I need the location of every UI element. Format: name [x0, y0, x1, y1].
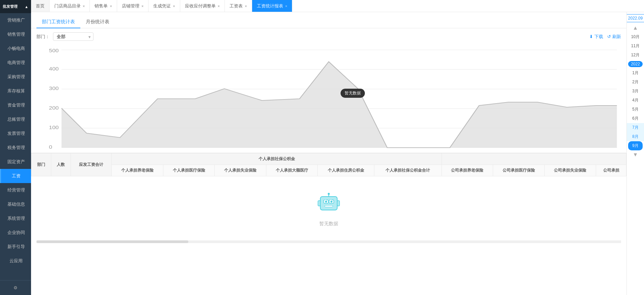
- timeline-month-12月[interactable]: 12月: [627, 51, 644, 60]
- sidebar-item-guide[interactable]: 新手引导: [0, 240, 31, 254]
- col-personal-social-total: 个人承担社保公积金合计: [374, 165, 441, 176]
- timeline-month-2月[interactable]: 2月: [627, 78, 644, 87]
- col-personal-housing-fund: 个人承担住房公积金: [318, 165, 374, 176]
- timeline-month-5月[interactable]: 5月: [627, 105, 644, 114]
- sidebar-item-invoice[interactable]: 发票管理: [0, 126, 31, 141]
- tab-gen-voucher[interactable]: 生成凭证×: [149, 0, 180, 12]
- timeline-date-label[interactable]: 2022.09: [626, 14, 644, 22]
- col-count: 人数: [51, 153, 71, 176]
- tab-home[interactable]: 首页: [31, 0, 50, 12]
- toolbar-right: ⬇ 下载 ↺ 刷新: [589, 34, 621, 40]
- timeline-year-2022[interactable]: 2022: [628, 61, 643, 67]
- sidebar-item-inventory[interactable]: 库存核算: [0, 84, 31, 98]
- sidebar-item-salary[interactable]: 工资: [0, 169, 31, 183]
- sidebar-collapse-icon: ▲: [25, 5, 28, 9]
- sidebar-item-purchase[interactable]: 采购管理: [0, 70, 31, 84]
- tab-close-ar-ap-adjust[interactable]: ×: [218, 4, 220, 8]
- svg-text:500: 500: [49, 48, 59, 53]
- download-button[interactable]: ⬇ 下载: [589, 34, 603, 40]
- tab-payroll-report[interactable]: 工资统计报表×: [252, 0, 292, 12]
- dept-label: 部门：: [36, 34, 50, 40]
- sidebar-item-finance[interactable]: 资金管理: [0, 98, 31, 112]
- data-table: 部门 人数 应发工资合计 个人承担社保公积金 个人承担养老保险 个人承担医疗保险…: [31, 153, 626, 176]
- timeline-month-8月[interactable]: 8月: [627, 132, 644, 141]
- timeline-month-1月[interactable]: 1月: [627, 68, 644, 78]
- refresh-label: 刷新: [612, 34, 621, 40]
- svg-text:400: 400: [49, 66, 59, 71]
- refresh-icon: ↺: [607, 34, 611, 39]
- sidebar-item-marketing[interactable]: 营销推广: [0, 13, 31, 27]
- svg-text:100: 100: [49, 125, 59, 130]
- tab-close-store-catalog[interactable]: ×: [83, 4, 85, 8]
- tab-ar-ap-adjust[interactable]: 应收应付调整单×: [180, 0, 225, 12]
- toolbar: 部门： 全部 ⬇ 下载 ↺ 刷新: [31, 28, 626, 45]
- dept-select-wrapper: 全部: [53, 32, 93, 41]
- refresh-button[interactable]: ↺ 刷新: [607, 34, 621, 40]
- chart-svg: 0 100 200 300 400 500: [36, 48, 621, 149]
- svg-text:300: 300: [49, 86, 59, 91]
- timeline-month-active[interactable]: 9月: [628, 141, 643, 150]
- empty-icon: [315, 190, 342, 217]
- sidebar-item-ledger[interactable]: 总账管理: [0, 112, 31, 126]
- tab-sales-order[interactable]: 销售单×: [90, 0, 117, 12]
- h-scrollbar-thumb[interactable]: [36, 240, 188, 243]
- tab-shop-mgmt[interactable]: 店铺管理×: [117, 0, 149, 12]
- svg-text:200: 200: [49, 106, 59, 111]
- svg-rect-13: [320, 197, 337, 210]
- timeline-month-10月[interactable]: 10月: [627, 32, 644, 41]
- sidebar-item-sales[interactable]: 销售管理: [0, 27, 31, 41]
- svg-marker-12: [61, 62, 617, 148]
- sidebar-item-ecommerce-xc[interactable]: 小畅电商: [0, 41, 31, 56]
- col-company-other: 公司承担: [596, 165, 626, 176]
- sidebar-item-basic[interactable]: 基础信息: [0, 197, 31, 211]
- sub-tab-month-stat[interactable]: 月份统计表: [80, 16, 115, 28]
- sidebar-item-cloud[interactable]: 云应用: [0, 254, 31, 268]
- timeline-nav-up[interactable]: ▲: [633, 24, 638, 32]
- svg-rect-18: [325, 205, 333, 207]
- content-area: 部门工资统计表月份统计表 部门： 全部 ⬇ 下载: [31, 12, 644, 295]
- svg-point-20: [328, 193, 330, 195]
- empty-state: 暂无数据: [31, 176, 626, 240]
- col-personal-pension: 个人承担养老保险: [112, 165, 163, 176]
- col-company-social-label: [441, 153, 626, 165]
- sidebar-item-collab[interactable]: 企业协同: [0, 226, 31, 240]
- sidebar-footer-settings[interactable]: ⚙: [0, 280, 31, 295]
- sub-tabs: 部门工资统计表月份统计表: [31, 12, 626, 28]
- timeline-month-11月[interactable]: 11月: [627, 41, 644, 51]
- sidebar-item-ecommerce[interactable]: 电商管理: [0, 56, 31, 70]
- sidebar-header[interactable]: 批发管理 ▲: [0, 0, 31, 13]
- timeline-items: 10月11月12月20221月2月3月4月5月6月7月8月9月: [627, 32, 644, 150]
- sidebar-item-tax[interactable]: 税务管理: [0, 141, 31, 155]
- col-total-salary: 应发工资合计: [71, 153, 112, 176]
- timeline-month-6月[interactable]: 6月: [627, 114, 644, 123]
- sidebar-title: 批发管理: [3, 4, 18, 9]
- timeline-month-3月[interactable]: 3月: [627, 87, 644, 96]
- col-dept: 部门: [31, 153, 51, 176]
- tab-payroll[interactable]: 工资表×: [225, 0, 252, 12]
- tab-close-sales-order[interactable]: ×: [110, 4, 112, 8]
- h-scrollbar[interactable]: [36, 240, 621, 243]
- sidebar-item-system[interactable]: 系统管理: [0, 211, 31, 226]
- tab-close-payroll[interactable]: ×: [245, 4, 247, 8]
- settings-icon: ⚙: [14, 285, 18, 290]
- main-area: 首页门店商品目录×销售单×店铺管理×生成凭证×应收应付调整单×工资表×工资统计报…: [31, 0, 644, 295]
- col-personal-social: 个人承担社保公积金: [112, 153, 441, 165]
- timeline-month-4月[interactable]: 4月: [627, 96, 644, 105]
- tab-close-shop-mgmt[interactable]: ×: [141, 4, 143, 8]
- timeline-month-7月[interactable]: 7月: [627, 123, 644, 132]
- col-company-pension: 公司承担养老保险: [441, 165, 493, 176]
- svg-rect-22: [337, 201, 340, 206]
- dept-select[interactable]: 全部: [53, 32, 93, 41]
- timeline-nav-down[interactable]: ▼: [633, 150, 638, 159]
- sidebar-item-operations[interactable]: 经营管理: [0, 183, 31, 197]
- tab-close-gen-voucher[interactable]: ×: [173, 4, 175, 8]
- tab-label-store-catalog: 门店商品目录: [54, 3, 81, 9]
- sub-tab-dept-stat[interactable]: 部门工资统计表: [36, 16, 80, 28]
- table-section: 部门 人数 应发工资合计 个人承担社保公积金 个人承担养老保险 个人承担医疗保险…: [31, 153, 626, 295]
- sidebar-item-assets[interactable]: 固定资产: [0, 155, 31, 169]
- tab-label-sales-order: 销售单: [95, 3, 108, 9]
- tab-close-payroll-report[interactable]: ×: [285, 4, 287, 8]
- tab-store-catalog[interactable]: 门店商品目录×: [50, 0, 90, 12]
- tab-label-ar-ap-adjust: 应收应付调整单: [185, 3, 216, 9]
- svg-point-24: [330, 200, 332, 201]
